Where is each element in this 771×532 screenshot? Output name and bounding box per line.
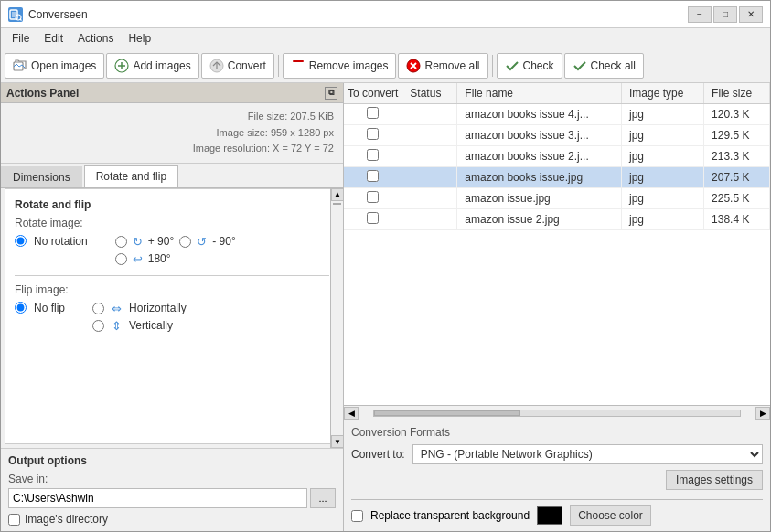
menu-edit[interactable]: Edit: [37, 30, 70, 47]
image-directory-checkbox[interactable]: [8, 514, 20, 526]
col-convert: To convert: [344, 83, 402, 104]
add-images-button[interactable]: Add images: [106, 53, 198, 79]
col-type: Image type: [622, 83, 704, 104]
row-type: jpg: [622, 125, 704, 146]
no-flip-label: No flip: [34, 302, 65, 314]
check-icon: [505, 59, 519, 73]
row-checkbox[interactable]: [367, 212, 379, 224]
menu-file[interactable]: File: [5, 30, 37, 47]
remove-all-button[interactable]: Remove all: [398, 53, 487, 79]
row-status: [402, 167, 457, 188]
minimize-button[interactable]: −: [688, 6, 712, 23]
row-checkbox[interactable]: [367, 107, 379, 119]
check-label: Check: [523, 59, 554, 72]
row-checkbox[interactable]: [367, 149, 379, 161]
file-table-scroll[interactable]: To convert Status File name Image type F…: [344, 83, 770, 405]
no-rotation-row: No rotation: [15, 235, 88, 248]
no-flip-row: No flip: [15, 302, 65, 314]
row-checkbox[interactable]: [367, 170, 379, 182]
check-button[interactable]: Check: [497, 53, 562, 79]
color-box[interactable]: [537, 506, 562, 525]
row-status: [402, 104, 457, 125]
save-in-row: ...: [8, 488, 336, 508]
rotate-90-row: ↻ + 90° ↺ - 90°: [115, 235, 236, 249]
right-inner: To convert Status File name Image type F…: [344, 83, 770, 531]
file-size-row: File size: 207.5 KiB: [10, 109, 334, 125]
convert-button[interactable]: Convert: [201, 53, 274, 79]
table-row[interactable]: amazon books issue 3.j... jpg 129.5 K: [344, 125, 770, 146]
scroll-right-arrow[interactable]: ▶: [755, 407, 770, 420]
add-images-label: Add images: [133, 59, 190, 72]
table-row[interactable]: amazon issue.jpg jpg 225.5 K: [344, 188, 770, 209]
file-size-label: File size:: [248, 111, 287, 122]
replace-transparent-checkbox[interactable]: [351, 510, 363, 522]
maximize-button[interactable]: □: [713, 6, 737, 23]
row-checkbox-cell[interactable]: [344, 125, 402, 146]
file-size-value: 207.5 KiB: [290, 111, 334, 122]
check-all-button[interactable]: Check all: [564, 53, 644, 79]
row-size: 129.5 K: [704, 125, 770, 146]
tab-rotate-flip[interactable]: Rotate and flip: [84, 165, 178, 187]
panel-title: Actions Panel: [6, 87, 79, 100]
scroll-track-horizontal[interactable]: [373, 410, 741, 417]
left-panel: Actions Panel ⧉ File size: 207.5 KiB Ima…: [1, 83, 344, 531]
tab-dimensions[interactable]: Dimensions: [1, 166, 82, 187]
menu-actions[interactable]: Actions: [70, 30, 121, 47]
convert-to-label: Convert to:: [351, 448, 405, 461]
rotate-90-radio[interactable]: [115, 236, 127, 248]
rotate-180-icon: ↩: [133, 252, 143, 266]
images-settings-button[interactable]: Images settings: [666, 470, 763, 490]
table-row[interactable]: amazon books issue 4.j... jpg 120.3 K: [344, 104, 770, 125]
scroll-down-arrow[interactable]: ▼: [331, 435, 343, 448]
row-checkbox-cell[interactable]: [344, 209, 402, 230]
flip-horizontal-row: ⇔ Horizontally: [92, 302, 187, 315]
app-icon: [8, 7, 23, 22]
main-window: Converseen − □ ✕ File Edit Actions Help …: [0, 0, 771, 532]
menu-help[interactable]: Help: [121, 30, 158, 47]
scroll-up-arrow[interactable]: ▲: [331, 188, 343, 201]
save-in-input[interactable]: [8, 488, 307, 508]
convert-to-row: Convert to: PNG - (Portable Network Grap…: [351, 444, 763, 464]
convert-icon: [209, 59, 224, 73]
toolbar-separator-1: [278, 55, 279, 77]
remove-images-button[interactable]: Remove images: [283, 53, 397, 79]
row-checkbox-cell[interactable]: [344, 146, 402, 167]
choose-color-button[interactable]: Choose color: [570, 505, 651, 526]
title-bar-left: Converseen: [8, 7, 88, 22]
table-row[interactable]: amazon books issue.jpg jpg 207.5 K: [344, 167, 770, 188]
scroll-thumb-horizontal[interactable]: [374, 410, 520, 416]
transparent-row: Replace transparent background Choose co…: [351, 505, 763, 526]
image-size-row: Image size: 959 x 1280 px: [10, 125, 334, 142]
vertical-scrollbar[interactable]: ▲ ▼: [330, 188, 343, 448]
row-checkbox-cell[interactable]: [344, 104, 402, 125]
browse-button[interactable]: ...: [310, 488, 336, 508]
scroll-left-arrow[interactable]: ◀: [344, 407, 359, 420]
row-checkbox-cell[interactable]: [344, 167, 402, 188]
flip-horizontal-icon: ⇔: [112, 302, 122, 315]
row-checkbox[interactable]: [367, 191, 379, 203]
rotate-cw-icon: ↻: [133, 235, 143, 249]
rotate-180-radio[interactable]: [115, 253, 127, 265]
convert-to-select[interactable]: PNG - (Portable Network Graphics): [412, 444, 763, 464]
open-images-button[interactable]: Open images: [5, 53, 104, 79]
window-controls: − □ ✕: [688, 6, 763, 23]
flip-vertical-radio[interactable]: [92, 320, 104, 332]
row-checkbox[interactable]: [367, 128, 379, 140]
flip-image-label: Flip image:: [15, 283, 329, 296]
close-button[interactable]: ✕: [739, 6, 763, 23]
scroll-thumb-vertical[interactable]: [333, 203, 341, 205]
row-filename: amazon books issue 2.j...: [457, 146, 622, 167]
row-checkbox-cell[interactable]: [344, 188, 402, 209]
panel-restore-button[interactable]: ⧉: [325, 87, 337, 100]
no-flip-radio[interactable]: [15, 302, 27, 314]
row-type: jpg: [622, 209, 704, 230]
horizontal-scrollbar[interactable]: ◀ ▶: [344, 405, 770, 420]
row-filename: amazon books issue 4.j...: [457, 104, 622, 125]
table-row[interactable]: amazon issue 2.jpg jpg 138.4 K: [344, 209, 770, 230]
table-row[interactable]: amazon books issue 2.j... jpg 213.3 K: [344, 146, 770, 167]
no-rotation-radio[interactable]: [15, 235, 27, 247]
flip-horizontal-radio[interactable]: [92, 303, 104, 314]
replace-transparent-label: Replace transparent background: [370, 509, 530, 522]
row-filename: amazon books issue 3.j...: [457, 125, 622, 146]
rotate-neg90-radio[interactable]: [179, 236, 191, 248]
